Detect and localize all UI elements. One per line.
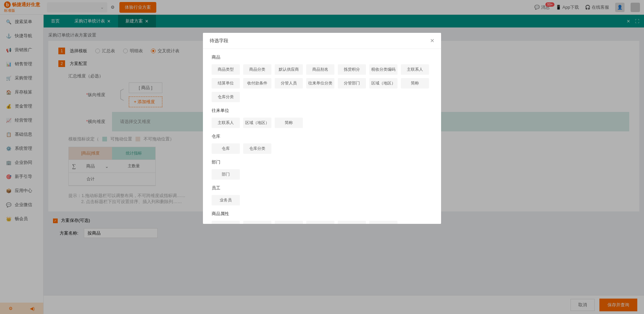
field-category-label: 商品属性 [212,211,432,217]
field-tag[interactable]: 仓库 [212,143,240,154]
field-tag[interactable]: 多规格 [275,221,303,224]
field-section-5: 商品属性属性颜色多规格尺码鞋码1 [212,211,432,224]
field-section-2: 仓库仓库仓库分类 [212,133,432,154]
field-tag[interactable]: 税收分类编码 [369,64,397,75]
field-tag[interactable]: 主联系人 [401,64,429,75]
field-tag[interactable]: 商品别名 [306,64,334,75]
field-tag[interactable]: 分管部门 [338,78,366,88]
field-tag[interactable]: 仓库分类 [212,92,240,102]
field-section-1: 往来单位主联系人区域（地区）简称 [212,108,432,128]
field-tag[interactable]: 颜色 [243,221,271,224]
field-tag[interactable]: 属性 [212,221,240,224]
field-tag[interactable]: 拣货积分 [338,64,366,75]
field-section-0: 商品商品类型商品分类默认供应商商品别名拣货积分税收分类编码主联系人结算单位收付款… [212,54,432,102]
field-tag[interactable]: 业务员 [212,195,240,205]
field-section-3: 部门部门 [212,159,432,180]
modal-close-button[interactable]: ✕ [430,38,434,44]
field-category-label: 商品 [212,54,432,60]
field-tag[interactable]: 商品类型 [212,64,240,75]
field-tag[interactable]: 商品分类 [243,64,271,75]
field-tag[interactable]: 鞋码 [338,221,366,224]
field-tag[interactable]: 1 [369,221,397,224]
modal-title: 待选字段 [210,38,228,44]
field-category-label: 部门 [212,159,432,165]
field-tag[interactable]: 主联系人 [212,118,240,128]
field-tag[interactable]: 结算单位 [212,78,240,88]
field-tag[interactable]: 收付款条件 [243,78,271,88]
field-tag[interactable]: 简称 [275,118,303,128]
modal-overlay: 待选字段 ✕ 商品商品类型商品分类默认供应商商品别名拣货积分税收分类编码主联系人… [0,0,644,314]
field-category-label: 仓库 [212,133,432,139]
field-tag[interactable]: 部门 [212,169,240,180]
field-category-label: 往来单位 [212,108,432,114]
field-tag[interactable]: 区域（地区） [369,78,397,88]
field-tag[interactable]: 尺码 [306,221,334,224]
field-section-4: 员工业务员 [212,185,432,205]
field-select-modal: 待选字段 ✕ 商品商品类型商品分类默认供应商商品别名拣货积分税收分类编码主联系人… [203,33,441,224]
field-tag[interactable]: 分管人员 [275,78,303,88]
field-tag[interactable]: 区域（地区） [243,118,271,128]
field-tag[interactable]: 往来单位分类 [306,78,334,88]
field-category-label: 员工 [212,185,432,191]
field-tag[interactable]: 仓库分类 [243,143,271,154]
field-tag[interactable]: 简称 [401,78,429,88]
field-tag[interactable]: 默认供应商 [275,64,303,75]
